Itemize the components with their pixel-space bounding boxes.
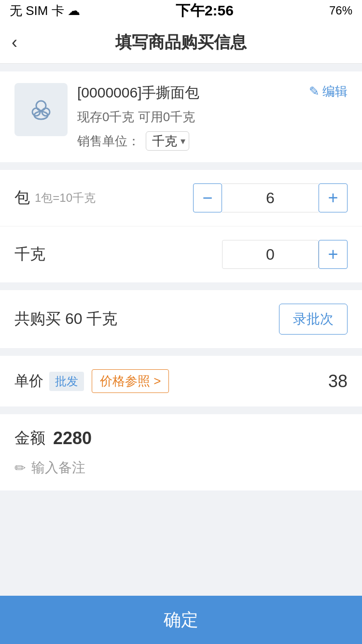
total-section: 共购买 60 千克 录批次 bbox=[0, 290, 362, 348]
product-image-icon bbox=[27, 95, 56, 124]
increase-button-kg[interactable]: + bbox=[319, 240, 348, 269]
amount-section: 金额 2280 ✏ 输入备注 bbox=[0, 414, 362, 490]
page-title: 填写商品购买信息 bbox=[115, 31, 247, 54]
unit-select-wrapper[interactable]: 千克 bbox=[146, 131, 189, 151]
unit-label: 销售单位： bbox=[77, 133, 140, 150]
status-right: 76% bbox=[329, 4, 352, 17]
unit-label-bao: 包 bbox=[14, 187, 30, 209]
batch-button[interactable]: 录批次 bbox=[279, 304, 348, 335]
battery-icon: 76% bbox=[329, 4, 352, 17]
status-bar: 无 SIM 卡 ☁ 下午2:56 76% bbox=[0, 0, 362, 21]
edit-label: 编辑 bbox=[322, 83, 348, 100]
increase-button-bao[interactable]: + bbox=[319, 183, 348, 212]
quantity-row-bao: 包 1包=10千克 − + bbox=[0, 170, 362, 226]
decrease-button-bao[interactable]: − bbox=[193, 183, 222, 212]
status-left: 无 SIM 卡 ☁ bbox=[10, 2, 80, 19]
unit-label-kg: 千克 bbox=[14, 244, 45, 265]
quantity-input-kg[interactable] bbox=[222, 240, 319, 269]
confirm-button[interactable]: 确定 bbox=[0, 596, 362, 644]
price-value: 38 bbox=[328, 371, 348, 392]
product-thumbnail bbox=[14, 83, 68, 136]
price-tag: 批发 bbox=[49, 372, 84, 391]
quantity-input-bao[interactable] bbox=[222, 183, 319, 212]
product-name: [0000006]手撕面包 bbox=[77, 83, 348, 103]
edit-icon: ✎ bbox=[309, 84, 320, 99]
product-card: [0000006]手撕面包 现存0千克 可用0千克 销售单位： 千克 ✎ 编辑 bbox=[0, 71, 362, 162]
remark-row[interactable]: ✏ 输入备注 bbox=[14, 459, 348, 477]
unit-hint-bao: 1包=10千克 bbox=[35, 190, 96, 206]
remark-placeholder: 输入备注 bbox=[31, 459, 85, 477]
status-time: 下午2:56 bbox=[176, 1, 234, 21]
unit-select[interactable]: 千克 bbox=[146, 131, 189, 151]
quantity-controls-kg: + bbox=[222, 240, 348, 269]
price-label: 单价 bbox=[14, 371, 43, 391]
amount-value: 2280 bbox=[53, 428, 92, 448]
spacer bbox=[0, 490, 362, 596]
product-unit-row: 销售单位： 千克 bbox=[77, 131, 348, 151]
total-text: 共购买 60 千克 bbox=[14, 308, 117, 330]
quantity-section: 包 1包=10千克 − + 千克 + bbox=[0, 170, 362, 282]
back-button[interactable]: ‹ bbox=[12, 32, 17, 53]
product-stock: 现存0千克 可用0千克 bbox=[77, 109, 348, 126]
amount-row: 金额 2280 bbox=[14, 428, 348, 449]
price-section: 单价 批发 价格参照 > 38 bbox=[0, 356, 362, 406]
edit-button[interactable]: ✎ 编辑 bbox=[309, 83, 348, 100]
quantity-row-kg: 千克 + bbox=[0, 226, 362, 282]
product-info: [0000006]手撕面包 现存0千克 可用0千克 销售单位： 千克 bbox=[77, 83, 348, 151]
price-ref-button[interactable]: 价格参照 > bbox=[92, 369, 169, 393]
remark-icon: ✏ bbox=[14, 460, 26, 476]
nav-bar: ‹ 填写商品购买信息 bbox=[0, 21, 362, 64]
quantity-controls-bao: − + bbox=[193, 183, 348, 212]
amount-label: 金额 bbox=[14, 428, 45, 449]
